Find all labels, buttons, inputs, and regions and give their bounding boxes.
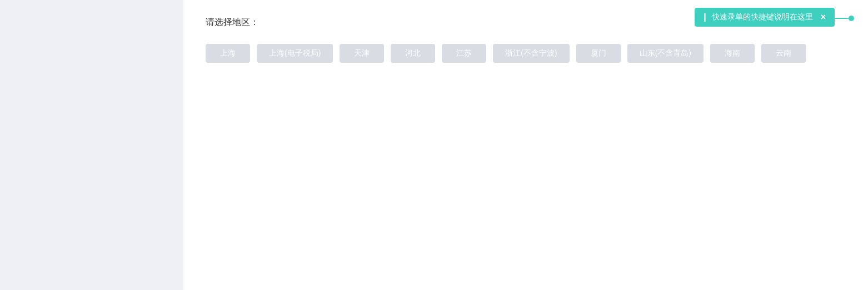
tooltip-connector-dot xyxy=(849,16,854,21)
left-sidebar xyxy=(0,0,183,290)
region-buttons-container: 上海上海(电子税局)天津河北江苏浙江(不含宁波)厦门山东(不含青岛)海南云南 xyxy=(206,44,846,63)
region-button-zhejiang[interactable]: 浙江(不含宁波) xyxy=(493,44,569,63)
tooltip-banner: 快速录单的快捷键说明在这里 × xyxy=(695,8,835,27)
tooltip-close-button[interactable]: × xyxy=(821,12,826,22)
tooltip-text: 快速录单的快捷键说明在这里 xyxy=(712,12,813,22)
tooltip-connector-line xyxy=(834,18,849,19)
region-button-tianjin[interactable]: 天津 xyxy=(340,44,384,63)
region-button-hebei[interactable]: 河北 xyxy=(391,44,435,63)
region-button-shandong[interactable]: 山东(不含青岛) xyxy=(627,44,704,63)
region-button-hainan[interactable]: 海南 xyxy=(710,44,755,63)
region-button-xiamen[interactable]: 厦门 xyxy=(576,44,621,63)
region-button-shanghai-etax[interactable]: 上海(电子税局) xyxy=(257,44,333,63)
region-button-yunnan[interactable]: 云南 xyxy=(761,44,806,63)
region-button-shanghai[interactable]: 上海 xyxy=(206,44,250,63)
region-button-jiangsu[interactable]: 江苏 xyxy=(442,44,486,63)
main-content: 请选择地区： 上海上海(电子税局)天津河北江苏浙江(不含宁波)厦门山东(不含青岛… xyxy=(183,0,868,290)
